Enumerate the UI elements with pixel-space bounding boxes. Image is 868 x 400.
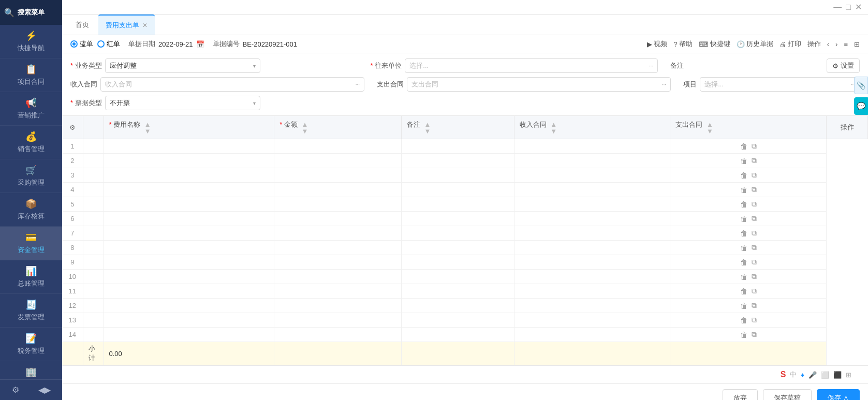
row-expense-name-3[interactable] <box>83 168 104 183</box>
sidebar-item-inventory[interactable]: 📦库存核算 <box>0 193 62 227</box>
sidebar-item-purchase[interactable]: 🛒采购管理 <box>0 159 62 193</box>
radio-red[interactable]: 红单 <box>97 39 120 49</box>
sidebar-item-marketing[interactable]: 📢营销推广 <box>0 92 62 126</box>
action-button[interactable]: 操作 <box>807 39 821 49</box>
minimize-button[interactable]: — <box>833 3 842 12</box>
row-expense-name-2[interactable] <box>83 154 104 168</box>
sidebar-item-tax[interactable]: 📝税务管理 <box>0 328 62 361</box>
row-memo-5[interactable] <box>274 197 402 212</box>
sidebar-item-sales[interactable]: 💰销售管理 <box>0 126 62 159</box>
th-expense-name[interactable]: * 费用名称 ▲▼ <box>104 116 274 139</box>
row-memo-7[interactable] <box>274 226 402 241</box>
copy-icon-14[interactable]: ⧉ <box>752 330 757 339</box>
project-input[interactable]: 选择... ··· <box>700 77 860 92</box>
th-settings[interactable]: ⚙ <box>62 116 83 139</box>
copy-icon-9[interactable]: ⧉ <box>752 258 757 266</box>
row-amount-7[interactable] <box>104 226 274 241</box>
row-expense-name-6[interactable] <box>83 212 104 226</box>
tab-expense[interactable]: 费用支出单 ✕ <box>98 14 155 35</box>
copy-icon-7[interactable]: ⧉ <box>752 229 757 238</box>
save-draft-button[interactable]: 保存草稿 <box>763 389 812 400</box>
radio-blue[interactable]: 蓝单 <box>70 39 93 49</box>
copy-icon-6[interactable]: ⧉ <box>752 214 757 223</box>
delete-icon-1[interactable]: 🗑 <box>740 142 747 151</box>
row-expense-contract-9[interactable] <box>514 255 670 270</box>
delete-icon-8[interactable]: 🗑 <box>740 244 747 252</box>
copy-icon-11[interactable]: ⧉ <box>752 287 757 295</box>
save-button[interactable]: 保存 ∧ <box>817 389 860 400</box>
row-expense-contract-10[interactable] <box>514 270 670 284</box>
delete-icon-3[interactable]: 🗑 <box>740 171 747 180</box>
row-expense-name-1[interactable] <box>83 139 104 154</box>
copy-icon-10[interactable]: ⧉ <box>752 272 757 281</box>
row-expense-contract-13[interactable] <box>514 313 670 328</box>
row-expense-name-4[interactable] <box>83 183 104 197</box>
delete-icon-2[interactable]: 🗑 <box>740 157 747 165</box>
sidebar-item-invoice[interactable]: 🧾发票管理 <box>0 294 62 328</box>
delete-icon-14[interactable]: 🗑 <box>740 331 747 339</box>
row-memo-13[interactable] <box>274 313 402 328</box>
row-expense-contract-8[interactable] <box>514 241 670 255</box>
tab-home[interactable]: 首页 <box>68 14 96 35</box>
row-expense-name-8[interactable] <box>83 241 104 255</box>
attachment-button[interactable]: 📎 <box>854 77 868 94</box>
close-button[interactable]: ✕ <box>855 2 862 12</box>
sidebar-item-capital[interactable]: 💳资金管理 <box>0 227 62 260</box>
row-expense-name-13[interactable] <box>83 313 104 328</box>
row-memo-11[interactable] <box>274 284 402 299</box>
row-income-contract-10[interactable] <box>401 270 514 284</box>
tab-close-icon[interactable]: ✕ <box>142 22 148 29</box>
copy-icon-13[interactable]: ⧉ <box>752 316 757 324</box>
volume-icon[interactable]: ◀▶ <box>38 385 51 395</box>
row-amount-1[interactable] <box>104 139 274 154</box>
row-amount-5[interactable] <box>104 197 274 212</box>
next-button[interactable]: › <box>835 40 837 48</box>
row-memo-6[interactable] <box>274 212 402 226</box>
row-income-contract-11[interactable] <box>401 284 514 299</box>
row-expense-name-7[interactable] <box>83 226 104 241</box>
sidebar-item-quick-nav[interactable]: ⚡快捷导航 <box>0 25 62 58</box>
row-amount-6[interactable] <box>104 212 274 226</box>
delete-icon-5[interactable]: 🗑 <box>740 200 747 209</box>
row-memo-10[interactable] <box>274 270 402 284</box>
row-expense-name-14[interactable] <box>83 328 104 342</box>
copy-icon-3[interactable]: ⧉ <box>752 171 757 180</box>
sidebar-item-accounting[interactable]: 📊总账管理 <box>0 260 62 294</box>
shortcut-button[interactable]: ⌨ 快捷键 <box>699 39 730 49</box>
copy-icon-2[interactable]: ⧉ <box>752 156 757 165</box>
prev-button[interactable]: ‹ <box>827 40 829 48</box>
row-expense-name-12[interactable] <box>83 299 104 313</box>
row-income-contract-2[interactable] <box>401 154 514 168</box>
th-memo[interactable]: 备注 ▲▼ <box>401 116 514 139</box>
row-income-contract-1[interactable] <box>401 139 514 154</box>
business-type-select[interactable]: 应付调整 ▾ <box>105 58 260 73</box>
row-income-contract-3[interactable] <box>401 168 514 183</box>
row-memo-14[interactable] <box>274 328 402 342</box>
copy-icon-4[interactable]: ⧉ <box>752 185 757 194</box>
sidebar-item-project-contract[interactable]: 📋项目合同 <box>0 58 62 92</box>
row-amount-13[interactable] <box>104 313 274 328</box>
row-expense-contract-2[interactable] <box>514 154 670 168</box>
settings-icon[interactable]: ⚙ <box>12 385 19 395</box>
row-expense-name-9[interactable] <box>83 255 104 270</box>
row-income-contract-13[interactable] <box>401 313 514 328</box>
row-expense-name-10[interactable] <box>83 270 104 284</box>
copy-icon-1[interactable]: ⧉ <box>752 142 757 151</box>
settings-button[interactable]: ⚙ 设置 <box>827 58 860 73</box>
expense-contract-input[interactable]: 支出合同 ··· <box>407 77 671 92</box>
row-amount-14[interactable] <box>104 328 274 342</box>
delete-icon-6[interactable]: 🗑 <box>740 215 747 223</box>
th-income-contract[interactable]: 收入合同 ▲▼ <box>514 116 670 139</box>
row-income-contract-8[interactable] <box>401 241 514 255</box>
row-income-contract-5[interactable] <box>401 197 514 212</box>
row-amount-9[interactable] <box>104 255 274 270</box>
row-expense-contract-3[interactable] <box>514 168 670 183</box>
sidebar-item-fixed-assets[interactable]: 🏢固定资产 <box>0 361 62 379</box>
row-expense-contract-1[interactable] <box>514 139 670 154</box>
row-expense-contract-7[interactable] <box>514 226 670 241</box>
row-memo-4[interactable] <box>274 183 402 197</box>
th-amount[interactable]: * 金额 ▲▼ <box>274 116 402 139</box>
row-expense-contract-5[interactable] <box>514 197 670 212</box>
th-expense-contract[interactable]: 支出合同 ▲▼ <box>670 116 827 139</box>
sidebar-search-label[interactable]: 搜索菜单 <box>18 8 45 17</box>
